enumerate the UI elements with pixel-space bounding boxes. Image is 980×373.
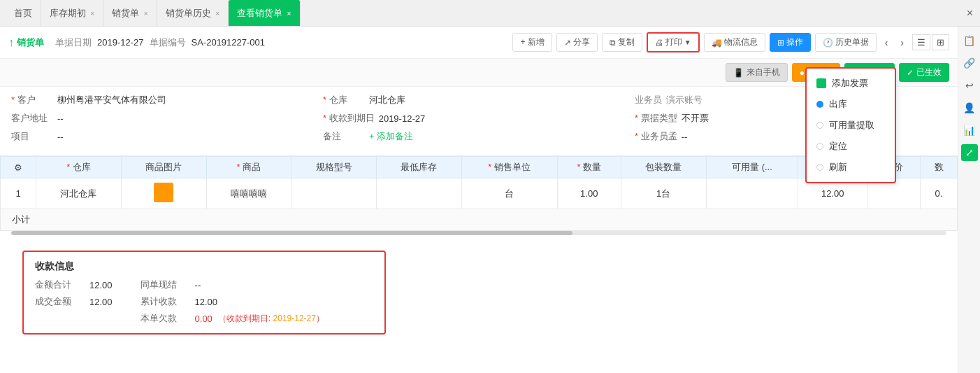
copy-icon: ⧉ [610, 38, 616, 48]
dropdown-out-warehouse[interactable]: 出库 [807, 94, 895, 115]
doc-type-label: 销货单 [17, 36, 44, 49]
col-qty: 数量 [557, 157, 621, 178]
effective-button[interactable]: ✓ 已生效 [899, 63, 949, 82]
payment-title: 收款信息 [35, 260, 373, 273]
print-icon: 🖨 [655, 38, 663, 48]
deal-row: 成交金额 12.00 [35, 295, 113, 308]
ticket-type-field: 票据类型 不开票 [635, 112, 946, 125]
payment-col-left: 金额合计 12.00 成交金额 12.00 [35, 279, 113, 325]
total-row: 金额合计 12.00 [35, 279, 113, 291]
history-button[interactable]: 🕐 历史单据 [815, 33, 877, 52]
sidebar-user-icon[interactable]: 👤 [961, 99, 978, 116]
dropdown-locate[interactable]: 定位 [807, 136, 895, 157]
tab-sales-close[interactable]: × [143, 9, 147, 17]
tab-view-sales-label: 查看销货单 [237, 7, 282, 20]
payment-col-right: 同单现结 -- 累计收款 12.00 本单欠款 0.00 （收款到期日: 201… [140, 279, 324, 325]
from-mobile-button[interactable]: 📱 来自手机 [726, 63, 788, 82]
ops-dropdown: 添加发票 出库 可用量提取 定位 刷新 [805, 67, 896, 183]
row-available [706, 178, 798, 209]
effective-icon: ✓ [907, 68, 914, 78]
share-button[interactable]: ↗ 分享 [556, 33, 598, 52]
tab-sales-history-close[interactable]: × [215, 9, 219, 17]
warehouse-value: 河北仓库 [369, 94, 405, 106]
dropdown-available-qty-label: 可用量提取 [829, 119, 874, 132]
dropdown-refresh[interactable]: 刷新 [807, 157, 895, 178]
list-view-button[interactable]: ☰ [912, 34, 930, 50]
tab-inventory[interactable]: 库存期初 × [41, 0, 103, 26]
remark-label: 备注 [323, 130, 365, 143]
dropdown-available-qty[interactable]: 可用量提取 [807, 115, 895, 136]
logistics-icon: 🚚 [712, 38, 722, 48]
tab-sales-history[interactable]: 销货单历史 × [157, 0, 229, 26]
staff-label: 业务员 [635, 94, 662, 106]
customer-value: 柳州粤港平安气体有限公司 [57, 94, 166, 106]
tab-inventory-close[interactable]: × [90, 9, 94, 17]
cumulative-row: 累计收款 12.00 [140, 295, 324, 308]
col-product: 商品 [206, 157, 291, 178]
warehouse-label: 仓库 [323, 94, 365, 106]
share-icon: ↗ [564, 38, 571, 48]
tab-home[interactable]: 首页 [6, 0, 41, 26]
col-pack-qty: 包装数量 [621, 157, 706, 178]
doc-actions: + 新增 ↗ 分享 ⧉ 复制 🖨 打印 ▼ 🚚 物流信息 [512, 32, 949, 52]
sidebar-link-icon[interactable]: 🔗 [961, 55, 978, 71]
col-gear[interactable]: ⚙ [1, 157, 36, 178]
tab-bar: 首页 库存期初 × 销货单 × 销货单历史 × 查看销货单 × × [0, 0, 980, 27]
right-sidebar: 📋 🔗 ↩ 👤 📊 ⤢ [958, 27, 980, 373]
row-spec [291, 178, 377, 209]
sidebar-clipboard-icon[interactable]: 📋 [961, 32, 978, 49]
tab-sales[interactable]: 销货单 × [103, 0, 157, 26]
locate-icon [816, 143, 823, 150]
doc-type: ↑ 销货单 [8, 36, 44, 49]
tab-inventory-label: 库存期初 [50, 7, 86, 20]
payment-date-field: 收款到期日 2019-12-27 [323, 112, 635, 125]
logistics-button[interactable]: 🚚 物流信息 [704, 33, 765, 52]
deal-label: 成交金额 [35, 295, 84, 308]
doc-meta: 单据日期 2019-12-27 单据编号 SA-20191227-001 [55, 36, 265, 49]
owe-note: （收款到期日: 2019-12-27） [218, 313, 324, 325]
payment-date-label: 收款到期日 [323, 112, 375, 125]
new-button[interactable]: + 新增 [512, 33, 552, 52]
tab-view-sales-close[interactable]: × [287, 9, 291, 17]
mobile-icon: 📱 [733, 68, 744, 78]
tab-sales-label: 销货单 [112, 7, 139, 20]
out-warehouse-icon [816, 101, 823, 108]
staff-value: 演示账号 [666, 94, 702, 106]
sidebar-expand-icon[interactable]: ⤢ [961, 144, 978, 161]
add-remark-button[interactable]: + 添加备注 [369, 130, 413, 143]
col-min-stock: 最低库存 [376, 157, 461, 178]
salesman-label: 业务员孟 [635, 130, 677, 143]
customer-field: 客户 柳州粤港平安气体有限公司 [11, 94, 323, 106]
salesman-field: 业务员孟 -- [635, 130, 946, 143]
dropdown-locate-label: 定位 [829, 140, 847, 153]
payment-date-value: 2019-12-27 [379, 113, 426, 124]
dropdown-add-invoice[interactable]: 添加发票 [807, 73, 895, 94]
remark-field: 备注 + 添加备注 [323, 130, 635, 143]
row-pack-qty: 1台 [621, 178, 706, 209]
col-unit: 销售单位 [461, 157, 557, 178]
copy-button[interactable]: ⧉ 复制 [602, 33, 642, 52]
grid-view-button[interactable]: ⊞ [932, 34, 949, 50]
sidebar-return-icon[interactable]: ↩ [961, 77, 978, 94]
payment-rows: 金额合计 12.00 成交金额 12.00 同单现结 -- [35, 279, 373, 325]
tab-view-sales[interactable]: 查看销货单 × [229, 0, 300, 26]
nav-prev[interactable]: ‹ [881, 34, 893, 51]
tab-sales-history-label: 销货单历史 [166, 7, 211, 20]
nav-next[interactable]: › [896, 34, 908, 51]
number-label: 单据编号 [150, 36, 186, 49]
print-dropdown-arrow: ▼ [684, 38, 691, 46]
owe-row: 本单欠款 0.00 （收款到期日: 2019-12-27） [140, 312, 324, 325]
ops-button[interactable]: ⊞ 操作 [770, 33, 811, 52]
window-close-button[interactable]: × [967, 7, 973, 20]
print-button[interactable]: 🖨 打印 ▼ [647, 32, 700, 52]
doc-header: ↑ 销货单 单据日期 2019-12-27 单据编号 SA-20191227-0… [0, 27, 958, 59]
address-label: 客户地址 [11, 112, 53, 125]
row-amount: 0. [921, 178, 958, 209]
col-image: 商品图片 [121, 157, 206, 178]
cumulative-label: 累计收款 [140, 295, 189, 308]
sidebar-chart-icon[interactable]: 📊 [961, 122, 978, 139]
date-label: 单据日期 [55, 36, 92, 49]
row-image [121, 178, 206, 209]
same-order-label: 同单现结 [140, 279, 189, 291]
dropdown-out-warehouse-label: 出库 [829, 98, 847, 111]
